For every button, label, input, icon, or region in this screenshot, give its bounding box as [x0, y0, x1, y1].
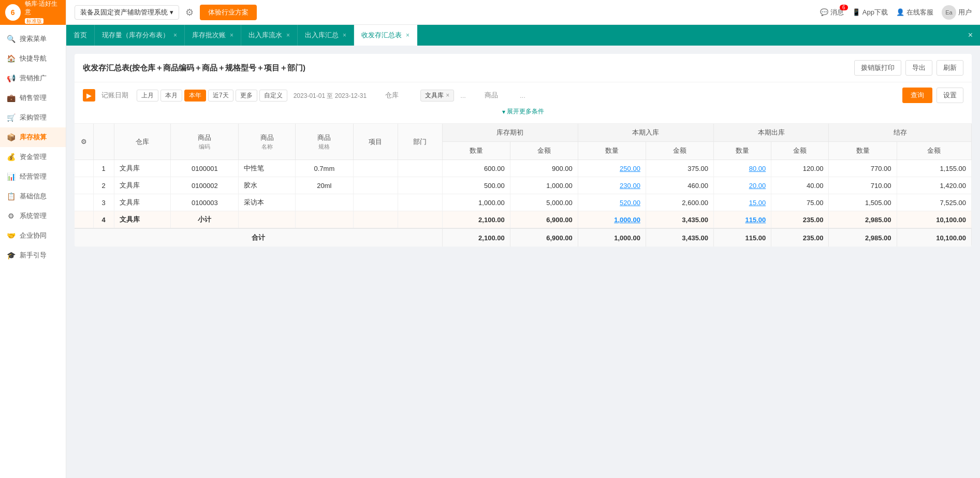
- app-download-action[interactable]: 📱 App下载: [852, 8, 888, 17]
- tab-close-icon[interactable]: ×: [286, 32, 290, 39]
- warehouse-tag-close[interactable]: ×: [446, 92, 449, 99]
- user-action[interactable]: Ea 用户: [942, 5, 972, 20]
- filter-row-2: ▾ 展开更多条件: [83, 105, 963, 118]
- th-in-period: 本期入库: [578, 124, 713, 142]
- subtotal-init-amt: 6,900.00: [510, 211, 578, 229]
- row-in-qty[interactable]: 520.00: [578, 194, 646, 211]
- row-out-qty[interactable]: 80.00: [713, 160, 771, 177]
- row-out-qty[interactable]: 20.00: [713, 177, 771, 194]
- table-row: 1 文具库 0100001 中性笔 0.7mm 600.00 900.00 25…: [75, 160, 972, 177]
- row-spec: 20ml: [296, 177, 353, 194]
- sidebar-item-search[interactable]: 🔍 搜索菜单: [0, 29, 66, 49]
- message-icon: 💬: [820, 8, 828, 16]
- row-code: 0100002: [171, 177, 239, 194]
- tab-summary[interactable]: 出入库汇总 ×: [298, 25, 354, 46]
- table-settings-icon[interactable]: ⚙: [81, 138, 87, 146]
- filter-toggle-btn[interactable]: ▶: [83, 89, 95, 102]
- tab-receipt-summary[interactable]: 收发存汇总表 ×: [354, 25, 417, 46]
- row-init-qty: 1,000.00: [442, 194, 510, 211]
- print-btn[interactable]: 拨销版打印: [854, 60, 901, 76]
- topbar-actions: 💬 消息 6 📱 App下载 👤 在线客服 Ea 用户: [820, 5, 972, 20]
- table-row: 3 文具库 0100003 采访本 1,000.00 5,000.00 520.…: [75, 194, 972, 211]
- row-in-qty[interactable]: 250.00: [578, 160, 646, 177]
- sidebar-item-marketing[interactable]: 📢 营销推广: [0, 68, 66, 88]
- sidebar-item-baseinfo[interactable]: 📋 基础信息: [0, 186, 66, 206]
- settings-icon[interactable]: ⚙: [185, 7, 194, 18]
- close-all-tabs[interactable]: ×: [961, 31, 980, 40]
- sidebar-item-inventory[interactable]: 📦 库存核算: [0, 127, 66, 147]
- th-bal-amt: 金额: [897, 142, 971, 160]
- sidebar-item-system[interactable]: ⚙ 系统管理: [0, 206, 66, 226]
- th-out-qty: 数量: [713, 142, 771, 160]
- sidebar-item-label: 销售管理: [20, 93, 47, 103]
- tab-inventory-dist[interactable]: 现存量（库存分布表） ×: [95, 25, 185, 46]
- tab-home[interactable]: 首页: [66, 25, 95, 46]
- row-in-qty[interactable]: 230.00: [578, 177, 646, 194]
- goods-label: 商品: [485, 91, 514, 100]
- date-btn-last-month[interactable]: 上月: [137, 90, 158, 102]
- subtotal-no: 4: [93, 211, 114, 229]
- th-init-amt: 金额: [510, 142, 578, 160]
- subtotal-label: 小计: [171, 211, 239, 229]
- row-init-amt: 1,000.00: [510, 177, 578, 194]
- row-project: [353, 177, 398, 194]
- sidebar-item-label: 采购管理: [20, 113, 47, 122]
- tab-close-icon[interactable]: ×: [343, 32, 346, 39]
- subtotal-in-qty[interactable]: 1,000.00: [578, 211, 646, 229]
- row-warehouse: 文具库: [114, 160, 171, 177]
- sidebar-item-label: 搜索菜单: [20, 34, 47, 44]
- system-icon: ⚙: [6, 212, 16, 220]
- main-content: 收发存汇总表(按仓库＋商品编码＋商品＋规格型号＋项目＋部门) 拨销版打印 导出 …: [66, 46, 980, 478]
- sidebar-item-sales[interactable]: 💼 销售管理: [0, 88, 66, 108]
- subtotal-empty1: [239, 211, 296, 229]
- sidebar-item-finance[interactable]: 💰 资金管理: [0, 147, 66, 167]
- th-out-period: 本期出库: [713, 124, 829, 142]
- row-settings: [75, 160, 93, 177]
- warehouse-more-dots[interactable]: ...: [460, 92, 466, 99]
- logo-icon: 6: [5, 4, 21, 21]
- refresh-btn[interactable]: 刷新: [937, 60, 963, 76]
- date-label: 记账日期: [101, 91, 130, 100]
- sidebar-item-label: 基础信息: [20, 192, 47, 201]
- column-settings-btn[interactable]: 设置: [937, 88, 963, 103]
- topbar: 装备及固定资产辅助管理系统 ▾ ⚙ 体验行业方案 💬 消息 6 📱 App下载 …: [66, 0, 980, 25]
- tab-batch[interactable]: 库存批次账 ×: [185, 25, 241, 46]
- tab-close-icon[interactable]: ×: [230, 32, 233, 39]
- expand-conditions-btn[interactable]: ▾ 展开更多条件: [502, 107, 544, 116]
- tab-label: 库存批次账: [192, 31, 226, 40]
- row-out-amt: 120.00: [771, 160, 829, 177]
- row-settings: [75, 194, 93, 211]
- subtotal-bal-amt: 10,100.00: [897, 211, 971, 229]
- date-btn-more[interactable]: 更多: [236, 90, 257, 102]
- total-bal-qty: 2,985.00: [829, 228, 897, 247]
- row-bal-qty: 770.00: [829, 160, 897, 177]
- tab-close-icon[interactable]: ×: [406, 32, 409, 39]
- sidebar-item-label: 营销推广: [20, 74, 47, 83]
- sidebar-item-newbie[interactable]: 🎓 新手引导: [0, 245, 66, 265]
- row-out-qty[interactable]: 15.00: [713, 194, 771, 211]
- message-action[interactable]: 💬 消息 6: [820, 8, 844, 17]
- download-icon: 📱: [852, 8, 860, 16]
- th-spec: 商品规格: [296, 124, 353, 160]
- date-btn-7days[interactable]: 近7天: [208, 90, 233, 102]
- date-btn-custom[interactable]: 自定义: [259, 90, 287, 102]
- subtotal-out-qty[interactable]: 115.00: [713, 211, 771, 229]
- date-btn-this-year[interactable]: 本年: [184, 90, 206, 102]
- goods-more-dots[interactable]: ...: [520, 92, 525, 99]
- online-support-action[interactable]: 👤 在线客服: [896, 8, 933, 17]
- sidebar-item-purchase[interactable]: 🛒 采购管理: [0, 108, 66, 127]
- sidebar-item-cooperation[interactable]: 🤝 企业协同: [0, 226, 66, 245]
- sidebar-item-operations[interactable]: 📊 经营管理: [0, 167, 66, 186]
- trial-btn[interactable]: 体验行业方案: [200, 5, 257, 20]
- system-selector[interactable]: 装备及固定资产辅助管理系统 ▾: [75, 5, 179, 20]
- page-title: 收发存汇总表(按仓库＋商品编码＋商品＋规格型号＋项目＋部门): [83, 63, 305, 73]
- row-spec: 0.7mm: [296, 160, 353, 177]
- tab-close-icon[interactable]: ×: [173, 32, 177, 39]
- th-settings[interactable]: ⚙: [75, 124, 93, 160]
- query-btn[interactable]: 查询: [902, 88, 932, 103]
- tab-flow[interactable]: 出入库流水 ×: [241, 25, 298, 46]
- sidebar-item-quicknav[interactable]: 🏠 快捷导航: [0, 49, 66, 68]
- export-btn[interactable]: 导出: [905, 60, 932, 76]
- date-btn-this-month[interactable]: 本月: [160, 90, 182, 102]
- sales-icon: 💼: [6, 94, 16, 102]
